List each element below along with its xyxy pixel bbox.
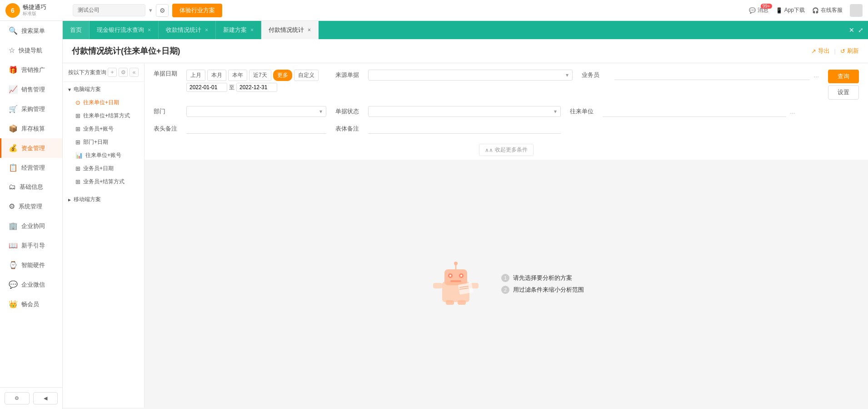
date-btn-7days[interactable]: 近7天 [249,70,271,81]
page-header: 付款情况统计(往来单位+日期) ↗ 导出 | ↺ 刷新 [63,39,868,63]
sidebar-item-search[interactable]: 🔍 搜索菜单 [0,21,62,40]
tab-bank-flow[interactable]: 现金银行流水查询 × [90,21,159,39]
date-btn-this-month[interactable]: 本月 [207,70,226,81]
date-end-input[interactable] [236,83,277,92]
tab-new-scheme-close[interactable]: × [250,27,254,33]
step1-text: 请先选择要分析的方案 [513,274,572,282]
sidebar-item-capital[interactable]: 💰 资金管理 [0,138,62,158]
tab-payment-stats[interactable]: 付款情况统计 × [261,21,319,39]
refresh-icon: ↺ [840,48,845,55]
scheme-settings-btn[interactable]: ⚙ [119,68,128,77]
mobile-chevron: ▸ [68,197,71,203]
tab-receipt-stats[interactable]: 收款情况统计 × [159,21,216,39]
scheme-staff-account[interactable]: ⊞ 业务员+账号 [72,122,139,136]
user-avatar[interactable] [850,4,863,17]
staff-dots-btn[interactable]: ... [813,71,819,79]
sidebar-item-purchase[interactable]: 🛒 采购管理 [0,99,62,119]
tab-new-scheme[interactable]: 新建方案 × [216,21,261,39]
download-icon: 📱 [776,7,783,14]
staff-input[interactable] [614,70,810,80]
purchase-icon: 🛒 [9,105,18,113]
company-selector[interactable]: 测试公司 [73,4,145,16]
sidebar-label-purchase: 采购管理 [21,105,45,113]
refresh-button[interactable]: ↺ 刷新 [840,47,859,55]
header-note-input[interactable] [186,123,326,134]
doc-status-select[interactable] [368,106,561,117]
body-note-input[interactable] [368,123,561,134]
sidebar-item-smart[interactable]: ⌚ 智能硬件 [0,255,62,275]
date-btn-last-month[interactable]: 上月 [186,70,205,81]
message-icon: 💬 [749,7,756,14]
export-button[interactable]: ↗ 导出 [811,47,830,55]
sidebar-collapse-btn[interactable]: ◀ [33,392,58,404]
dept-select[interactable] [186,106,326,117]
basic-icon: 🗂 [9,183,16,191]
settings-icon[interactable]: ⚙ [156,4,169,17]
desktop-schemes-list: ⊙ 往来单位+日期 ⊞ 往来单位+结算方式 ⊞ 业务员+账号 [68,96,139,188]
desktop-section-title[interactable]: ▾ 电脑端方案 [68,86,139,93]
sidebar-item-shortcut[interactable]: ☆ 快捷导航 [0,40,62,60]
partner-input[interactable] [603,106,786,117]
sidebar-item-sales[interactable]: 📈 销售管理 [0,80,62,99]
sidebar-item-marketing[interactable]: 🎁 营销推广 [0,60,62,80]
partner-dots-btn[interactable]: ... [790,108,795,115]
search-icon: 🔍 [9,26,18,35]
trial-button[interactable]: 体验行业方案 [172,4,222,17]
marketing-icon: 🎁 [9,66,18,74]
page-header-actions: ↗ 导出 | ↺ 刷新 [811,47,859,55]
date-btn-more[interactable]: 更多 [273,70,292,81]
scheme-staff-settle[interactable]: ⊞ 业务员+结算方式 [72,175,139,188]
sidebar-item-wechat[interactable]: 💬 企业微信 [0,275,62,294]
scheme-icon-4: 📊 [75,152,83,159]
tab-maximize-icon[interactable]: ⤢ [858,26,863,34]
sidebar-label-sales: 销售管理 [21,86,45,94]
scheme-staff-date[interactable]: ⊞ 业务员+日期 [72,162,139,175]
sidebar-settings-btn[interactable]: ⚙ [5,392,30,404]
scheme-unit-account[interactable]: 📊 往来单位+账号 [72,149,139,162]
app-download-btn[interactable]: 📱 App下载 [776,6,805,14]
mobile-section-title[interactable]: ▸ 移动端方案 [68,196,139,203]
logo-area: 6 畅捷通巧 标准版 [5,3,68,18]
add-scheme-btn[interactable]: + [108,68,117,77]
tab-bank-flow-close[interactable]: × [148,27,151,33]
collapse-panel-btn[interactable]: « [130,68,139,77]
sidebar-label-wechat: 企业微信 [21,281,45,289]
settings-button[interactable]: 设置 [828,85,859,100]
collapse-icon: ∧∧ [485,147,493,153]
tab-home[interactable]: 首页 [63,21,90,39]
sidebar-item-member[interactable]: 👑 畅会员 [0,294,62,314]
sidebar-label-operations: 经营管理 [21,164,45,172]
scheme-unit-date[interactable]: ⊙ 往来单位+日期 [72,96,139,109]
source-doc-select[interactable] [368,70,573,81]
app-logo: 6 [5,3,20,18]
collapse-button[interactable]: ∧∧ 收起更多条件 [479,144,534,156]
company-dropdown-icon[interactable] [149,7,152,14]
sidebar-item-operations[interactable]: 📋 经营管理 [0,158,62,177]
sidebar-item-inventory[interactable]: 📦 库存核算 [0,119,62,138]
filter-section: 单据日期 上月 本月 本年 近7天 更多 自定义 [145,63,868,160]
svg-point-4 [449,275,451,277]
sidebar-item-system[interactable]: ⚙ 系统管理 [0,197,62,216]
sidebar-item-enterprise[interactable]: 🏢 企业协同 [0,216,62,236]
guide-icon: 📖 [9,241,18,250]
tab-receipt-close[interactable]: × [205,27,208,33]
date-filter-label: 单据日期 [154,70,183,78]
messages-btn[interactable]: 💬 消息 99+ [749,6,768,14]
tab-close-all-icon[interactable]: ✕ [849,26,854,34]
step2-text: 用过滤条件来缩小分析范围 [513,286,584,294]
online-service-btn[interactable]: 🎧 在线客服 [812,6,843,14]
scheme-dept-date[interactable]: ⊞ 部门+日期 [72,136,139,149]
step1-num: 1 [501,274,509,282]
source-chevron [566,72,569,78]
scheme-icon-6: ⊞ [75,178,80,185]
query-button[interactable]: 查询 [828,70,859,83]
member-icon: 👑 [9,300,18,308]
scheme-unit-settle[interactable]: ⊞ 往来单位+结算方式 [72,109,139,122]
date-start-input[interactable] [186,83,227,92]
date-btn-this-year[interactable]: 本年 [228,70,247,81]
sidebar-item-basic[interactable]: 🗂 基础信息 [0,177,62,197]
tab-payment-close[interactable]: × [308,27,311,33]
sidebar-item-guide[interactable]: 📖 新手引导 [0,236,62,255]
smart-icon: ⌚ [9,261,18,269]
date-btn-custom[interactable]: 自定义 [294,70,319,81]
